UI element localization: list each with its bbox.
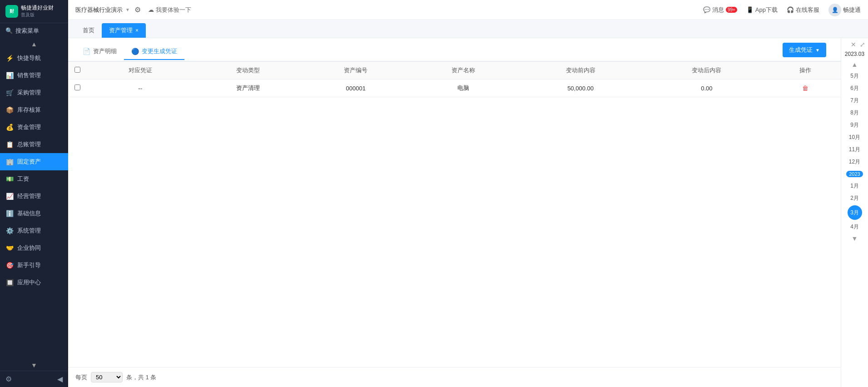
sidebar-item-fixed-assets[interactable]: 🏢 固定资产: [0, 153, 68, 170]
sidebar-label-basic-info: 基础信息: [17, 209, 41, 218]
sidebar-item-guide[interactable]: 🎯 新手引导: [0, 257, 68, 274]
sidebar-scroll-up[interactable]: ▲: [0, 39, 68, 50]
sub-tab-asset-detail[interactable]: 📄 资产明细: [75, 44, 124, 60]
sidebar-item-inventory[interactable]: 📦 库存核算: [0, 101, 68, 119]
message-label: 消息: [712, 6, 724, 14]
data-table: 对应凭证 变动类型 资产编号 资产名称 变动前内容 变动后内容 操作: [68, 61, 841, 97]
month-scroll-down[interactable]: ▼: [841, 233, 868, 244]
year-month-list: 2023.03 ▲ 5月 6月 7月 8月 9月 10月 11月 12月 202…: [841, 49, 868, 244]
col-voucher: 对应凭证: [86, 62, 194, 79]
generate-voucher-label: 生成凭证: [789, 46, 813, 54]
month-item-9[interactable]: 9月: [841, 119, 868, 131]
month-item-6[interactable]: 6月: [841, 82, 868, 94]
month-item-5[interactable]: 5月: [841, 70, 868, 82]
sidebar-item-payroll[interactable]: 💵 工资: [0, 170, 68, 188]
table-toolbar: 生成凭证 ▼: [775, 43, 833, 61]
tab-home[interactable]: 首页: [75, 23, 102, 38]
sub-tab-asset-detail-label: 资产明细: [93, 47, 117, 55]
sidebar-item-basic-info[interactable]: ℹ️ 基础信息: [0, 205, 68, 222]
search-menu[interactable]: 🔍 搜索菜单: [0, 23, 68, 39]
sidebar-nav: ⚡ 快捷导航 📊 销售管理 🛒 采购管理 📦 库存核算 💰 资金管理 📋 总账管…: [0, 50, 68, 360]
month-item-10[interactable]: 10月: [841, 131, 868, 144]
sidebar-item-system[interactable]: ⚙️ 系统管理: [0, 222, 68, 239]
sidebar-label-funds: 资金管理: [17, 123, 41, 131]
app-download-action[interactable]: 📱 App下载: [746, 6, 778, 14]
col-after-change: 变动后内容: [644, 62, 770, 79]
year-month-display: 2023.03: [841, 49, 868, 59]
sidebar-item-sales[interactable]: 📊 销售管理: [0, 67, 68, 84]
tab-close-icon[interactable]: ×: [135, 27, 139, 34]
company-name: 医疗器械行业演示: [75, 6, 123, 14]
sidebar-item-app-center[interactable]: 🔲 应用中心: [0, 274, 68, 291]
message-action[interactable]: 💬 消息 99+: [703, 6, 737, 14]
row-before-change: 50,000.00: [517, 79, 644, 97]
row-change-type: 资产清理: [194, 79, 302, 97]
sidebar-item-ledger[interactable]: 📋 总账管理: [0, 136, 68, 153]
sales-icon: 📊: [5, 71, 14, 79]
generate-voucher-button[interactable]: 生成凭证 ▼: [783, 43, 826, 57]
sidebar-bottom: ⚙ ◀: [0, 371, 68, 387]
sidebar-item-funds[interactable]: 💰 资金管理: [0, 119, 68, 136]
month-item-4[interactable]: 4月: [841, 221, 868, 233]
month-item-1[interactable]: 1月: [841, 180, 868, 192]
col-asset-no: 资产编号: [302, 62, 410, 79]
sidebar: 财 畅捷通好业财 普及版 🔍 搜索菜单 ▲ ⚡ 快捷导航 📊 销售管理 🛒 采购…: [0, 0, 68, 387]
system-icon: ⚙️: [5, 227, 14, 235]
tab-asset-management[interactable]: 资产管理 ×: [102, 23, 146, 38]
experience-button[interactable]: ☁ 我要体验一下: [148, 6, 191, 14]
month-item-2[interactable]: 2月: [841, 192, 868, 204]
collapse-sidebar-icon[interactable]: ◀: [57, 375, 63, 383]
sub-tab-change-voucher[interactable]: 🔵 变更生成凭证: [124, 44, 184, 60]
delete-row-icon[interactable]: 🗑: [802, 84, 808, 92]
sidebar-item-purchase[interactable]: 🛒 采购管理: [0, 84, 68, 101]
logo-icon: 财: [5, 5, 18, 18]
sidebar-label-sales: 销售管理: [17, 71, 41, 79]
sidebar-scroll-down[interactable]: ▼: [0, 360, 68, 371]
settings-bottom-icon[interactable]: ⚙: [5, 375, 12, 383]
pagination-bar: 每页 10 20 50 100 条，共 1 条: [68, 367, 841, 387]
search-label: 搜索菜单: [15, 27, 39, 35]
enterprise-icon: 🤝: [5, 244, 14, 252]
total-label: 条，共 1 条: [126, 373, 156, 382]
sidebar-label-guide: 新手引导: [17, 261, 41, 269]
panel-close-icon[interactable]: ✕: [850, 40, 857, 49]
sidebar-label-operations: 经营管理: [17, 192, 41, 200]
customer-service-icon: 🎧: [787, 6, 794, 13]
purchase-icon: 🛒: [5, 89, 14, 97]
month-item-8[interactable]: 8月: [841, 107, 868, 119]
funds-icon: 💰: [5, 123, 14, 131]
content-area: 📄 资产明细 🔵 变更生成凭证 生成凭证 ▼: [68, 38, 868, 387]
sidebar-item-enterprise[interactable]: 🤝 企业协同: [0, 239, 68, 257]
year-2023-badge[interactable]: 2023: [846, 171, 863, 177]
sidebar-label-inventory: 库存核算: [17, 106, 41, 114]
page-size-select[interactable]: 10 20 50 100: [91, 372, 123, 382]
col-checkbox: [68, 62, 86, 79]
sidebar-item-operations[interactable]: 📈 经营管理: [0, 188, 68, 205]
payroll-icon: 💵: [5, 175, 14, 183]
sidebar-label-quick-nav: 快捷导航: [17, 54, 41, 62]
select-all-checkbox[interactable]: [74, 67, 80, 73]
month-scroll-up[interactable]: ▲: [841, 59, 868, 70]
month-item-3-active[interactable]: 3月: [848, 205, 862, 220]
app-center-icon: 🔲: [5, 278, 14, 287]
sidebar-item-quick-nav[interactable]: ⚡ 快捷导航: [0, 50, 68, 67]
panel-expand-icon[interactable]: ⤢: [859, 40, 866, 49]
sidebar-label-purchase: 采购管理: [17, 89, 41, 97]
app-version: 普及版: [21, 12, 54, 18]
month-item-11[interactable]: 11月: [841, 144, 868, 156]
ledger-icon: 📋: [5, 140, 14, 149]
user-action[interactable]: 👤 畅捷通: [828, 4, 861, 16]
customer-service-action[interactable]: 🎧 在线客服: [787, 6, 819, 14]
operations-icon: 📈: [5, 192, 14, 200]
sidebar-logo: 财 畅捷通好业财 普及版: [0, 0, 68, 23]
message-badge: 99+: [726, 7, 737, 13]
company-selector[interactable]: 医疗器械行业演示 ▼: [75, 6, 130, 14]
message-icon: 💬: [703, 6, 710, 13]
month-item-12[interactable]: 12月: [841, 156, 868, 168]
tab-bar: 首页 资产管理 ×: [68, 20, 868, 38]
app-download-label: App下载: [755, 6, 778, 14]
header-right: 💬 消息 99+ 📱 App下载 🎧 在线客服 👤 畅捷通: [703, 4, 861, 16]
row-checkbox[interactable]: [74, 84, 80, 90]
company-settings-icon[interactable]: ⚙: [134, 5, 141, 14]
month-item-7[interactable]: 7月: [841, 94, 868, 107]
